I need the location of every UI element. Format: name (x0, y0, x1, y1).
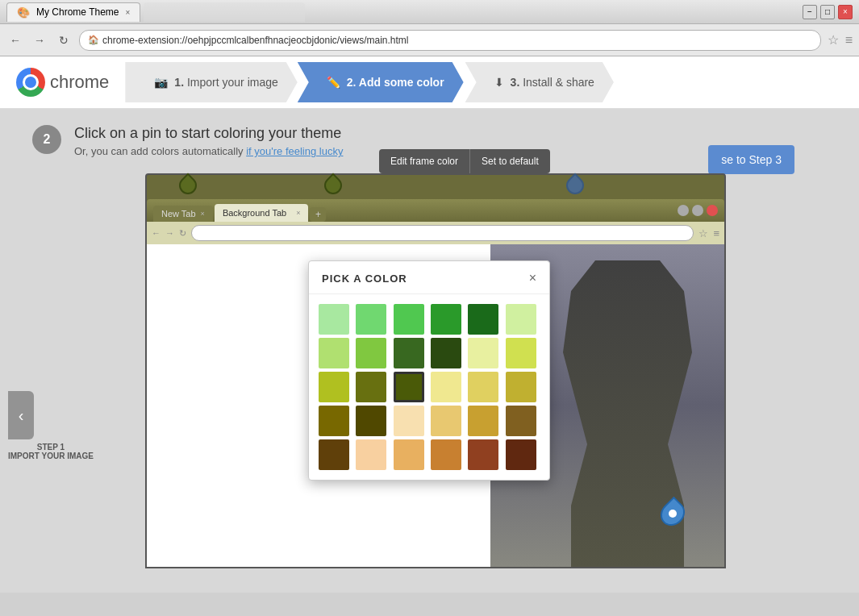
step3-icon: ⬇ (494, 76, 504, 89)
color-cell-2-3[interactable] (356, 372, 386, 402)
color-cell-3-3[interactable] (319, 406, 349, 436)
mini-browser-titlebar: New Tab × Background Tab × + (147, 199, 724, 222)
mini-new-tab-button[interactable]: + (310, 207, 326, 222)
color-picker-title: PICK A COLOR (322, 273, 407, 285)
window-controls: − □ × (803, 5, 853, 19)
mini-tabs: New Tab × Background Tab × + (153, 199, 326, 222)
url-input[interactable]: 🏠 chrome-extension://oehpjpccmlcalbenfhn… (79, 30, 821, 51)
continue-step3-button[interactable]: se to Step 3 (708, 145, 794, 174)
reload-button[interactable]: ↻ (55, 31, 73, 49)
instruction-bar: 2 Click on a pin to start coloring your … (32, 125, 827, 157)
prev-arrow-button[interactable]: ‹ (8, 391, 34, 439)
color-cell-4-2[interactable] (468, 406, 498, 436)
color-cell-5-1[interactable] (394, 439, 424, 470)
color-cell-5-4[interactable] (506, 439, 536, 470)
color-cell-5-2[interactable] (431, 439, 461, 470)
edit-frame-color-button[interactable]: Edit frame color (379, 149, 470, 173)
tab-close-icon[interactable]: × (125, 8, 130, 17)
color-cell-3-4[interactable] (356, 406, 386, 436)
color-cell-1-1[interactable] (319, 338, 349, 368)
color-picker-modal: PICK A COLOR × (308, 260, 550, 481)
browser-tab[interactable]: 🎨 My Chrome Theme × (6, 2, 140, 22)
color-cell-1-4[interactable] (431, 338, 461, 368)
pin2-marker[interactable] (324, 177, 342, 194)
step1-icon: 📷 (154, 76, 168, 89)
color-cell-2-4[interactable] (394, 372, 424, 402)
blue-location-pin[interactable] (661, 501, 684, 527)
chrome-icon (16, 68, 45, 97)
pin1-marker[interactable] (179, 177, 197, 194)
tab-area: 🎨 My Chrome Theme × (6, 2, 305, 22)
address-bar: ← → ↻ 🏠 chrome-extension://oehpjpccmlcal… (0, 24, 859, 56)
maximize-button[interactable]: □ (820, 5, 835, 19)
chrome-logo-text: chrome (50, 72, 109, 93)
mini-tab-background[interactable]: Background Tab × (215, 204, 309, 222)
color-cell-0-4[interactable] (468, 304, 498, 335)
lucky-link[interactable]: if you're feeling lucky (246, 145, 343, 157)
step2-icon: ✏️ (327, 76, 340, 89)
color-cell-0-3[interactable] (431, 304, 461, 335)
tab-favicon: 🎨 (17, 6, 30, 19)
color-grid (309, 294, 549, 480)
mini-menu-icon[interactable]: ≡ (713, 227, 719, 239)
color-cell-4-4[interactable] (319, 439, 349, 470)
color-cell-0-2[interactable] (394, 304, 424, 335)
mini-close-button[interactable] (707, 205, 718, 216)
main-content: 2 Click on a pin to start coloring your … (0, 109, 859, 593)
step2-button[interactable]: ✏️ 2. Add some color (298, 62, 464, 102)
color-cell-5-0[interactable] (356, 439, 386, 470)
color-cell-5-3[interactable] (468, 439, 498, 470)
color-cell-2-1[interactable] (506, 338, 536, 368)
color-cell-3-2[interactable] (506, 372, 536, 402)
mini-reload-icon[interactable]: ↻ (179, 228, 186, 239)
color-cell-4-0[interactable] (394, 406, 424, 436)
mini-browser-body: PICK A COLOR × (147, 244, 724, 567)
step1-label: 1. Import your image (174, 76, 277, 89)
mini-window-controls (678, 205, 718, 216)
mini-url-input[interactable] (191, 225, 694, 241)
forward-button[interactable]: → (31, 31, 48, 49)
step3-button[interactable]: ⬇ 3. Install & share (465, 62, 614, 102)
color-cell-4-3[interactable] (506, 406, 536, 436)
color-cell-3-1[interactable] (468, 372, 498, 402)
color-cell-0-0[interactable] (319, 304, 349, 335)
chrome-logo: chrome (16, 68, 109, 97)
step1-button[interactable]: 📷 1. Import your image (125, 62, 297, 102)
pin3-marker[interactable] (566, 177, 584, 194)
color-cell-2-0[interactable] (468, 338, 498, 368)
color-cell-1-0[interactable] (506, 304, 536, 335)
step-number-circle: 2 (32, 125, 61, 154)
mini-browser: New Tab × Background Tab × + ← → (145, 173, 726, 568)
color-picker-close-button[interactable]: × (529, 271, 536, 285)
minimize-button[interactable]: − (803, 5, 817, 19)
color-cell-1-2[interactable] (356, 338, 386, 368)
tab-title: My Chrome Theme (36, 6, 119, 18)
mini-maximize-button[interactable] (692, 205, 703, 216)
wizard-bar: chrome 📷 1. Import your image ✏️ 2. Add … (0, 56, 859, 109)
menu-button[interactable]: ≡ (845, 33, 853, 48)
color-cell-1-3[interactable] (394, 338, 424, 368)
mini-forward-icon[interactable]: → (165, 228, 174, 238)
step3-label: 3. Install & share (511, 76, 594, 89)
mini-browser-urlbar: ← → ↻ ☆ ≡ (147, 222, 724, 244)
color-cell-2-2[interactable] (319, 372, 349, 402)
color-cell-0-1[interactable] (356, 304, 386, 335)
mini-star-icon[interactable]: ☆ (698, 227, 708, 239)
step1-nav-label: STEP 1 IMPORT YOUR IMAGE (8, 443, 94, 460)
close-button[interactable]: × (838, 5, 853, 19)
back-button[interactable]: ← (6, 31, 24, 49)
step2-label: 2. Add some color (347, 76, 444, 89)
set-to-default-button[interactable]: Set to default (470, 149, 550, 173)
bookmark-button[interactable]: ☆ (828, 32, 839, 48)
color-cell-4-1[interactable] (431, 406, 461, 436)
mini-tab-bg-close[interactable]: × (296, 209, 300, 217)
prev-nav-area: ‹ STEP 1 IMPORT YOUR IMAGE (8, 391, 94, 460)
new-tab-area (144, 2, 305, 22)
mini-tab-newtab[interactable]: New Tab × (153, 206, 213, 222)
title-bar: 🎨 My Chrome Theme × − □ × (0, 0, 859, 24)
mini-back-icon[interactable]: ← (152, 228, 161, 238)
mini-tab-newtab-close[interactable]: × (201, 210, 205, 218)
mini-minimize-button[interactable] (678, 205, 689, 216)
color-cell-3-0[interactable] (431, 372, 461, 402)
url-text: chrome-extension://oehpjpccmlcalbenfhnac… (102, 35, 409, 46)
